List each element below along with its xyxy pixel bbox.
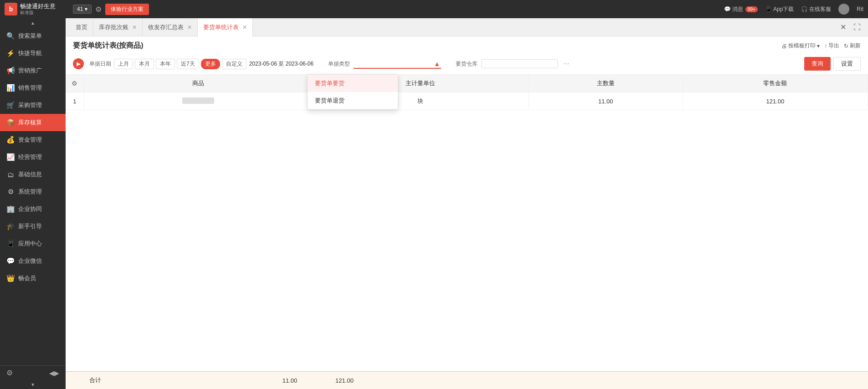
topbar-center: 41 ▾ ⚙ 体验行业方案 — [73, 4, 719, 15]
sidebar-label-finance: 资金管理 — [18, 136, 42, 144]
sidebar-label-wechat: 企业微信 — [18, 257, 42, 265]
sidebar-item-member[interactable]: 👑 畅会员 — [0, 270, 66, 287]
store-dropdown[interactable]: 41 ▾ — [73, 5, 92, 14]
app-download-label: App下载 — [773, 5, 794, 13]
chevron-down-icon: ▾ — [85, 6, 87, 12]
row-qty: 11.00 — [529, 92, 683, 110]
tab-receivable[interactable]: 收发存汇总表✕ — [143, 18, 198, 36]
sidebar-item-basic[interactable]: 🗂 基础信息 — [0, 166, 66, 183]
date-btn-this[interactable]: 本月 — [135, 59, 154, 69]
marketing-icon: 📢 — [6, 67, 15, 75]
date-btn-year[interactable]: 本年 — [156, 59, 175, 69]
tab-label-batch: 库存批次账 — [99, 23, 128, 31]
tab-close-order-stats[interactable]: ✕ — [242, 24, 247, 31]
app-logo: b 畅捷通好生意 标准版 — [5, 3, 68, 15]
row-product — [84, 92, 312, 110]
date-btn-up[interactable]: 上月 — [114, 59, 133, 69]
online-service-item[interactable]: 🎧 在线客服 — [801, 5, 831, 13]
date-btn-week[interactable]: 近7天 — [177, 59, 199, 69]
sidebar-label-inventory: 库存核算 — [18, 118, 42, 127]
sidebar-item-guide[interactable]: 🎓 新手引导 — [0, 218, 66, 235]
sidebar-label-business: 经营管理 — [18, 153, 42, 161]
date-btns: 上月 本月 本年 近7天 更多 自定义 — [114, 59, 247, 69]
app-version: 标准版 — [20, 10, 56, 15]
tab-expand-icon[interactable]: ⛶ — [851, 23, 863, 31]
shortcut-icon: ⚡ — [6, 49, 15, 57]
col-product-header: 商品 — [84, 75, 312, 92]
avatar[interactable] — [838, 4, 849, 15]
app-download-item[interactable]: 📱 App下载 — [765, 5, 794, 13]
topbar: b 畅捷通好生意 标准版 41 ▾ ⚙ 体验行业方案 💬 消息 99+ 📱 Ap… — [0, 0, 868, 18]
sidebar-item-sales[interactable]: 📊 销售管理 — [0, 79, 66, 97]
sidebar-item-business[interactable]: 📈 经营管理 — [0, 148, 66, 166]
user-name: Rit — [857, 6, 863, 12]
col-amount-header: 零售金额 — [683, 75, 868, 92]
sidebar-scroll-up[interactable]: ▲ — [0, 18, 66, 27]
sidebar-item-inventory[interactable]: 📦 库存核算 — [0, 114, 66, 131]
sidebar-label-shortcut: 快捷导航 — [18, 49, 42, 57]
export-btn[interactable]: ↑ 导出 — [824, 42, 839, 50]
search-icon: 🔍 — [6, 32, 15, 40]
filter-expand-btn[interactable]: ▶ — [73, 58, 84, 69]
topbar-right: 💬 消息 99+ 📱 App下载 🎧 在线客服 Rit — [724, 4, 863, 15]
col-qty-header: 主数量 — [529, 75, 683, 92]
system-icon: ⚙ — [6, 188, 15, 196]
table-settings-icon[interactable]: ⚙ — [72, 80, 77, 87]
industry-btn[interactable]: 体验行业方案 — [105, 4, 149, 15]
purchase-icon: 🛒 — [6, 101, 15, 109]
date-filter-group: 单据日期 上月 本月 本年 近7天 更多 自定义 2023-05-06 至 20… — [89, 59, 313, 69]
date-btn-more[interactable]: 更多 — [201, 59, 220, 69]
sidebar-label-basic: 基础信息 — [18, 170, 42, 179]
refresh-btn[interactable]: ↻ 刷新 — [844, 42, 861, 50]
dropdown-option-order[interactable]: 要货单要货 — [308, 75, 398, 92]
sidebar-item-apps[interactable]: 📱 应用中心 — [0, 235, 66, 252]
sidebar-label-guide: 新手引导 — [18, 222, 42, 230]
tab-batch[interactable]: 库存批次账✕ — [93, 18, 143, 36]
warehouse-filter-input[interactable] — [481, 59, 558, 68]
tab-close-all-icon[interactable]: ✕ — [837, 23, 849, 31]
sidebar-item-marketing[interactable]: 📢 营销推广 — [0, 62, 66, 79]
gear-icon[interactable]: ⚙ — [95, 5, 102, 14]
query-btn[interactable]: 查询 — [804, 57, 831, 71]
business-icon: 📈 — [6, 153, 15, 161]
tab-home[interactable]: 首页 — [70, 18, 93, 36]
warehouse-filter-group: 要货仓库 ··· — [456, 59, 569, 68]
tab-close-receivable[interactable]: ✕ — [187, 24, 192, 31]
online-service-label: 在线客服 — [809, 5, 831, 13]
sidebar-item-wechat[interactable]: 💬 企业微信 — [0, 252, 66, 270]
table-header-row: ⚙ 商品 主计量单位 主数量 零售金额 — [66, 75, 868, 92]
sidebar-item-finance[interactable]: 💰 资金管理 — [0, 131, 66, 148]
sidebar-scroll-down[interactable]: ▼ — [0, 380, 66, 389]
sidebar-label-search: 搜索菜单 — [18, 32, 42, 40]
message-item[interactable]: 💬 消息 99+ — [724, 5, 758, 13]
collapse-icon[interactable]: ◀▶ — [49, 369, 59, 377]
tab-close-batch[interactable]: ✕ — [132, 24, 137, 31]
warehouse-filter-label: 要货仓库 — [456, 60, 478, 68]
warehouse-more-btn[interactable]: ··· — [563, 60, 569, 68]
wechat-icon: 💬 — [6, 257, 15, 265]
print-icon: 🖨 — [781, 43, 787, 49]
dropdown-option-return[interactable]: 要货单退货 — [308, 92, 398, 109]
date-range-display: 2023-05-06 至 2023-06-06 — [249, 60, 313, 68]
sidebar-label-purchase: 采购管理 — [18, 101, 42, 109]
store-dropdown-value: 41 — [77, 6, 83, 12]
sidebar-item-search[interactable]: 🔍 搜索菜单 — [0, 27, 66, 45]
type-filter-label: 单据类型 — [328, 60, 350, 68]
settings-icon[interactable]: ⚙ — [6, 369, 13, 377]
sidebar-item-shortcut[interactable]: ⚡ 快捷导航 — [0, 45, 66, 62]
print-btn[interactable]: 🖨 按模板打印 ▾ — [781, 42, 820, 50]
type-filter-arrow[interactable]: ▲ — [434, 60, 440, 67]
date-btn-custom[interactable]: 自定义 — [222, 59, 247, 69]
chevron-down-icon: ▾ — [817, 43, 820, 49]
enterprise-icon: 🏢 — [6, 205, 15, 213]
logo-icon: b — [5, 3, 17, 15]
sidebar-item-purchase[interactable]: 🛒 采购管理 — [0, 97, 66, 114]
filter-bar: ▶ 单据日期 上月 本月 本年 近7天 更多 自定义 2023-05-06 至 … — [66, 53, 868, 75]
sidebar-item-system[interactable]: ⚙ 系统管理 — [0, 183, 66, 200]
sidebar-item-enterprise[interactable]: 🏢 企业协同 — [0, 200, 66, 218]
setting-btn[interactable]: 设置 — [833, 57, 861, 71]
sidebar-controls: ⚙ ◀▶ — [0, 365, 66, 380]
tab-order-stats[interactable]: 要货单统计表✕ — [198, 18, 253, 36]
print-label: 按模板打印 — [788, 42, 816, 50]
type-filter-input[interactable] — [354, 59, 441, 69]
